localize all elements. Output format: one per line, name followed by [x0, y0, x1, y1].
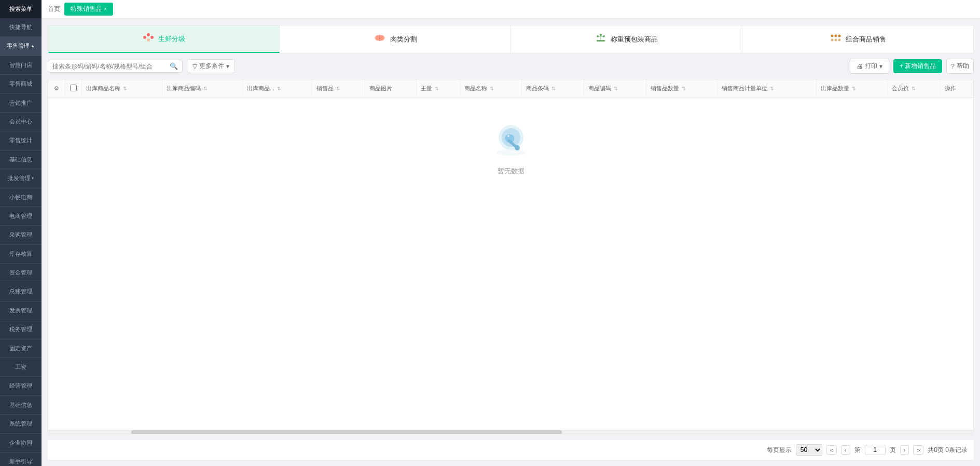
topbar-active-tab[interactable]: 特殊销售品 × — [64, 3, 113, 16]
print-icon: 🖨 — [857, 63, 863, 70]
filter-button[interactable]: ▽ 更多条件 ▾ — [187, 59, 235, 73]
table-scroll[interactable]: ⚙ 出库商品名称 ⇅ 出库商品编码 ⇅ — [48, 79, 973, 430]
sidebar-item-newbie-guide[interactable]: 新手引导 — [0, 453, 42, 466]
scroll-thumb[interactable] — [131, 430, 562, 434]
weight-pkg-icon — [595, 33, 606, 45]
empty-state: 暂无数据 — [48, 98, 973, 197]
th-product-name[interactable]: 商品名称 ⇅ — [460, 79, 522, 98]
cat-tab-fresh-grade[interactable]: 生鲜分级 — [48, 25, 280, 53]
chevron-down-icon: ▲ — [31, 43, 35, 49]
svg-point-15 — [831, 35, 833, 37]
settings-icon[interactable]: ⚙ — [54, 85, 59, 91]
th-sale-item[interactable]: 销售品 ⇅ — [312, 79, 365, 98]
sidebar-item-quick-nav[interactable]: 快捷导航 — [0, 18, 42, 37]
per-page-select[interactable]: 50 10 20 100 — [796, 444, 822, 456]
sort-icon[interactable]: ⇅ — [490, 86, 494, 91]
sort-icon[interactable]: ⇅ — [770, 86, 774, 91]
sidebar-item-ecom-mgmt[interactable]: 电商管理 — [0, 207, 42, 226]
th-weight[interactable]: 主量 ⇅ — [416, 79, 460, 98]
th-product-img[interactable]: 商品图片 — [365, 79, 417, 98]
fresh-grade-icon — [143, 33, 154, 45]
sidebar-logo[interactable]: 搜索菜单 — [0, 0, 42, 18]
sidebar-item-mini-ecom[interactable]: 小畅电商 — [0, 188, 42, 207]
sort-icon[interactable]: ⇅ — [203, 86, 208, 91]
th-outlet-code[interactable]: 出库商品编码 ⇅ — [162, 79, 242, 98]
help-button[interactable]: ? 帮助 — [946, 59, 974, 74]
close-tab-icon[interactable]: × — [104, 6, 107, 12]
search-box[interactable]: 🔍 — [48, 60, 183, 73]
th-settings[interactable]: ⚙ — [48, 79, 65, 98]
th-outlet-name[interactable]: 出库商品名称 ⇅ — [81, 79, 162, 98]
th-sale-qty[interactable]: 销售品数量 ⇅ — [646, 79, 717, 98]
th-product-code[interactable]: 商品编码 ⇅ — [584, 79, 646, 98]
sort-icon[interactable]: ⇅ — [123, 86, 127, 91]
sidebar-item-general-ledger[interactable]: 总账管理 — [0, 282, 42, 301]
select-all-checkbox[interactable] — [70, 85, 77, 91]
sidebar-item-retail-stats[interactable]: 零售统计 — [0, 131, 42, 150]
search-input[interactable] — [52, 63, 170, 70]
th-barcode[interactable]: 商品条码 ⇅ — [522, 79, 584, 98]
sidebar-item-purchase-mgmt[interactable]: 采购管理 — [0, 226, 42, 244]
sort-icon[interactable]: ⇅ — [614, 86, 618, 91]
chevron-down-icon-wholesale: ▾ — [32, 175, 34, 181]
sort-icon[interactable]: ⇅ — [277, 86, 281, 91]
topbar: 首页 特殊销售品 × — [42, 0, 980, 19]
th-action: 操作 — [940, 79, 973, 98]
sidebar-item-wholesale-mgmt[interactable]: 批发管理 ▾ — [0, 169, 42, 188]
page-next-button[interactable]: › — [900, 445, 909, 455]
sidebar-item-company-agreement[interactable]: 企业协同 — [0, 434, 42, 453]
svg-point-5 — [376, 35, 380, 40]
sidebar-item-fixed-assets[interactable]: 固定资产 — [0, 339, 42, 358]
th-outlet-spec[interactable]: 出库商品... ⇅ — [242, 79, 312, 98]
page-first-button[interactable]: « — [826, 445, 837, 455]
page-unit: 页 — [890, 446, 896, 455]
sort-icon[interactable]: ⇅ — [551, 86, 556, 91]
sidebar-item-stock-check[interactable]: 库存核算 — [0, 245, 42, 264]
filter-arrow-icon: ▾ — [226, 63, 229, 70]
svg-point-25 — [507, 135, 509, 137]
sidebar-item-basic-info2[interactable]: 基础信息 — [0, 396, 42, 415]
svg-point-18 — [831, 39, 833, 42]
meat-cut-icon — [374, 33, 386, 45]
add-product-button[interactable]: + 新增销售品 — [893, 59, 942, 73]
horizontal-scrollbar[interactable] — [48, 430, 973, 434]
sidebar-item-ops-mgmt[interactable]: 经营管理 — [0, 377, 42, 395]
cat-tab-meat-cut[interactable]: 肉类分割 — [280, 25, 511, 53]
per-page-label: 每页显示 — [767, 446, 792, 455]
svg-point-9 — [600, 34, 602, 36]
sidebar-item-members[interactable]: 会员中心 — [0, 113, 42, 131]
main-area: 首页 特殊销售品 × 生鲜分级 — [42, 0, 980, 466]
sidebar-item-basic-info[interactable]: 基础信息 — [0, 150, 42, 169]
sort-icon[interactable]: ⇅ — [912, 86, 916, 91]
page-last-button[interactable]: » — [913, 445, 923, 455]
sidebar-item-tax-mgmt[interactable]: 税务管理 — [0, 320, 42, 339]
sidebar-item-salary[interactable]: 工资 — [0, 358, 42, 377]
page-number-input[interactable] — [865, 445, 886, 455]
topbar-home[interactable]: 首页 — [48, 5, 60, 13]
sidebar-item-retail-mall[interactable]: 零售商城 — [0, 75, 42, 93]
sort-icon[interactable]: ⇅ — [682, 86, 686, 91]
sidebar-item-smart-store[interactable]: 智慧门店 — [0, 56, 42, 75]
sort-icon[interactable]: ⇅ — [336, 86, 340, 91]
sort-icon[interactable]: ⇅ — [852, 86, 856, 91]
sort-icon[interactable]: ⇅ — [435, 86, 439, 91]
page-prev-button[interactable]: ‹ — [841, 445, 850, 455]
svg-point-1 — [147, 33, 150, 36]
sidebar-item-sys-mgmt[interactable]: 系统管理 — [0, 415, 42, 433]
category-tabs: 生鲜分级 肉类分割 — [48, 25, 974, 53]
content-area: 生鲜分级 肉类分割 — [42, 19, 980, 466]
svg-point-17 — [838, 35, 840, 37]
print-button[interactable]: 🖨 打印 ▾ — [850, 59, 889, 74]
svg-point-0 — [143, 36, 146, 39]
th-sale-unit[interactable]: 销售商品计量单位 ⇅ — [717, 79, 816, 98]
th-outlet-qty[interactable]: 出库品数量 ⇅ — [816, 79, 887, 98]
cat-tab-weight-pkg[interactable]: 称重预包装商品 — [511, 25, 742, 53]
sidebar-item-fund-mgmt[interactable]: 资金管理 — [0, 264, 42, 282]
sidebar-item-retail-mgmt[interactable]: 零售管理 ▲ — [0, 37, 42, 56]
sidebar-item-invoice-mgmt[interactable]: 发票管理 — [0, 301, 42, 320]
cat-tab-combo[interactable]: 组合商品销售 — [742, 25, 973, 53]
search-icon[interactable]: 🔍 — [170, 62, 178, 70]
sidebar-item-sales-promo[interactable]: 营销推广 — [0, 94, 42, 113]
th-member-price[interactable]: 会员价 ⇅ — [888, 79, 941, 98]
th-checkbox[interactable] — [65, 79, 81, 98]
